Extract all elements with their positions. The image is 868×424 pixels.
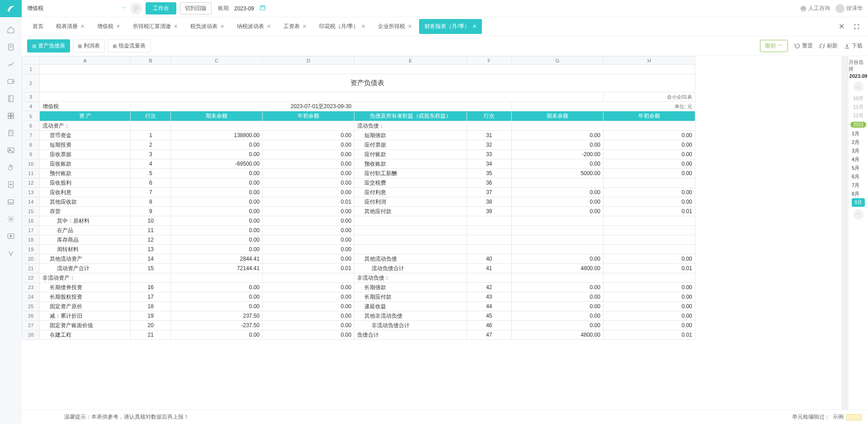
- cell[interactable]: [467, 216, 511, 226]
- switch-old-button[interactable]: 切到旧版: [180, 2, 212, 14]
- workbench-button[interactable]: 工作台: [146, 2, 176, 14]
- cell[interactable]: 其他应付款: [354, 207, 467, 216]
- cell[interactable]: 负债合计: [354, 330, 467, 340]
- cell[interactable]: 其中：原材料: [40, 216, 131, 226]
- cell[interactable]: [603, 235, 695, 245]
- cell[interactable]: 19: [131, 311, 171, 321]
- cell[interactable]: 0.00: [512, 188, 604, 197]
- row-header[interactable]: 5: [22, 111, 40, 121]
- cell[interactable]: 32: [467, 140, 511, 150]
- close-icon[interactable]: ✕: [361, 24, 365, 29]
- row-header[interactable]: 11: [22, 169, 40, 178]
- cell[interactable]: 44: [467, 302, 511, 311]
- cell[interactable]: 0.00: [512, 254, 604, 264]
- cell[interactable]: 货币资金: [40, 131, 131, 140]
- cell[interactable]: 15: [131, 264, 171, 273]
- month-option[interactable]: 9月: [852, 198, 865, 207]
- refresh-button[interactable]: 刷新: [819, 42, 838, 50]
- cell[interactable]: 2: [131, 140, 171, 150]
- cell[interactable]: 流动资产：: [40, 121, 131, 131]
- cell[interactable]: 应付账款: [354, 150, 467, 159]
- cell[interactable]: 0.00: [512, 197, 604, 207]
- month-up-icon[interactable]: ︿: [854, 81, 863, 91]
- cell[interactable]: 短期投资: [40, 140, 131, 150]
- cell[interactable]: [354, 216, 467, 226]
- cell[interactable]: 应收账款: [40, 159, 131, 169]
- row-header[interactable]: 2: [22, 74, 40, 92]
- cell[interactable]: 0.00: [512, 131, 604, 140]
- cell[interactable]: 流动资产合计: [40, 264, 131, 273]
- close-icon[interactable]: ✕: [174, 24, 178, 29]
- cell[interactable]: 72144.41: [171, 264, 263, 273]
- nav-inbox-icon[interactable]: [6, 197, 15, 206]
- cell[interactable]: 0.00: [603, 140, 695, 150]
- cell[interactable]: 0.00: [603, 197, 695, 207]
- row-header[interactable]: 18: [22, 235, 40, 245]
- row-header[interactable]: 8: [22, 140, 40, 150]
- cell[interactable]: 14: [131, 254, 171, 264]
- org-cell[interactable]: 增值税: [40, 102, 131, 111]
- cell[interactable]: 0.00: [171, 216, 263, 226]
- row-header[interactable]: 23: [22, 283, 40, 292]
- cell[interactable]: 0.00: [263, 235, 354, 245]
- cell[interactable]: 0.00: [512, 140, 604, 150]
- cell[interactable]: 21: [131, 330, 171, 340]
- row-header[interactable]: 27: [22, 321, 40, 330]
- cell[interactable]: 0.00: [263, 178, 354, 188]
- cell[interactable]: 预付账款: [40, 169, 131, 178]
- cell[interactable]: [603, 226, 695, 235]
- reset-button[interactable]: 重置: [794, 42, 813, 50]
- cell[interactable]: 0.00: [263, 140, 354, 150]
- cell[interactable]: 0.00: [171, 245, 263, 254]
- cell[interactable]: 13: [131, 245, 171, 254]
- cell[interactable]: 0.00: [171, 330, 263, 340]
- cell[interactable]: 45: [467, 311, 511, 321]
- cell[interactable]: 40: [467, 254, 511, 264]
- cell[interactable]: 0.00: [603, 150, 695, 159]
- cell[interactable]: [354, 245, 467, 254]
- tab-首页[interactable]: 首页: [27, 19, 49, 34]
- cell[interactable]: 0.00: [171, 169, 263, 178]
- cell[interactable]: 短期借款: [354, 131, 467, 140]
- cell[interactable]: [354, 226, 467, 235]
- cell[interactable]: 0.00: [603, 292, 695, 302]
- cell[interactable]: 8: [131, 197, 171, 207]
- cell[interactable]: 0.00: [603, 302, 695, 311]
- row-header[interactable]: 13: [22, 188, 40, 197]
- row-header[interactable]: 4: [22, 102, 40, 111]
- month-option[interactable]: 4月: [852, 155, 865, 164]
- cell[interactable]: 0.00: [263, 188, 354, 197]
- row-header[interactable]: 12: [22, 178, 40, 188]
- subtab-现金流量表[interactable]: ▦现金流量表: [108, 39, 151, 52]
- cell[interactable]: 0.00: [263, 254, 354, 264]
- cell[interactable]: 0.00: [171, 140, 263, 150]
- cell[interactable]: 0.00: [263, 283, 354, 292]
- cell[interactable]: [512, 216, 604, 226]
- fullscreen-icon[interactable]: [851, 21, 863, 33]
- calendar-icon[interactable]: [259, 5, 266, 12]
- nav-doc-icon[interactable]: [6, 43, 15, 52]
- cell[interactable]: 应付利息: [354, 188, 467, 197]
- row-header[interactable]: 25: [22, 302, 40, 311]
- cell[interactable]: 37: [467, 188, 511, 197]
- cell[interactable]: 42: [467, 283, 511, 292]
- cell[interactable]: 0.00: [171, 235, 263, 245]
- cell[interactable]: 0.00: [603, 188, 695, 197]
- cell[interactable]: 0.00: [603, 131, 695, 140]
- chevron-down-icon[interactable]: ﹀: [121, 5, 127, 12]
- cell[interactable]: 应收股利: [40, 178, 131, 188]
- cell[interactable]: 其他流动负债: [354, 254, 467, 264]
- tab-增值税[interactable]: 增值税✕: [92, 19, 126, 34]
- cell[interactable]: 5: [131, 169, 171, 178]
- cell[interactable]: 0.00: [263, 207, 354, 216]
- cell[interactable]: [467, 245, 511, 254]
- cell[interactable]: 18: [131, 302, 171, 311]
- cell[interactable]: 0.00: [171, 197, 263, 207]
- nav-settings-icon[interactable]: [6, 214, 15, 224]
- cell[interactable]: 0.00: [263, 321, 354, 330]
- cell[interactable]: 0.00: [603, 254, 695, 264]
- cell[interactable]: 0.00: [263, 226, 354, 235]
- nav-image-icon[interactable]: [6, 146, 15, 155]
- cell[interactable]: 4: [131, 159, 171, 169]
- close-all-icon[interactable]: ✕: [835, 21, 847, 33]
